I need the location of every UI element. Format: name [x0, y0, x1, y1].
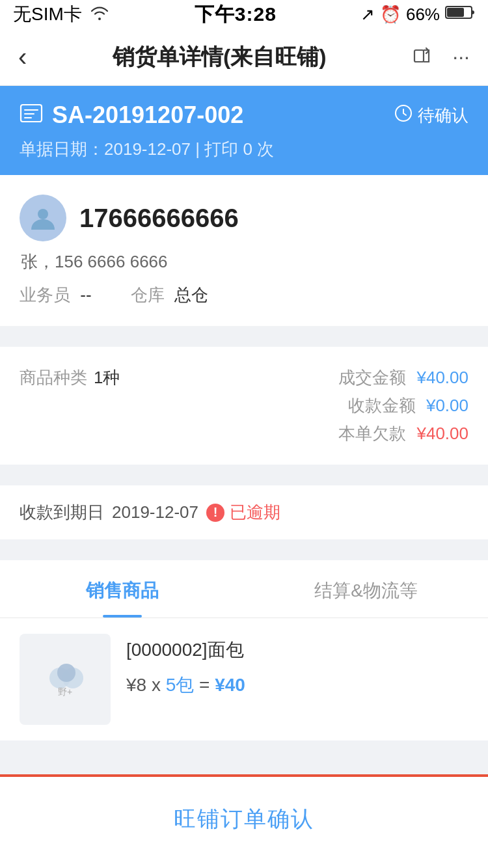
customer-phone: 17666666666 — [79, 204, 239, 233]
product-price: ¥8 x 5包 = ¥40 — [126, 673, 468, 698]
warehouse-meta: 仓库 总仓 — [131, 284, 208, 306]
overdue-badge: ! 已逾期 — [206, 501, 280, 524]
price-equals: = — [194, 675, 215, 695]
separator-2 — [0, 475, 488, 485]
due-date-value: 2019-12-07 — [112, 502, 198, 522]
order-icon — [20, 103, 43, 128]
stats-right: 成交金额 ¥40.00 收款金额 ¥0.00 本单欠款 ¥40.00 — [338, 366, 468, 445]
svg-point-5 — [38, 209, 48, 219]
clock-icon — [394, 104, 413, 127]
carrier-text: 无SIM卡 — [13, 2, 82, 27]
customer-avatar — [20, 195, 66, 241]
sales-value: -- — [80, 285, 91, 305]
stat-row-3: 本单欠款 ¥40.00 — [338, 422, 468, 445]
sales-label: 业务员 — [20, 285, 70, 305]
warehouse-value: 总仓 — [174, 285, 208, 305]
tab-sales-products[interactable]: 销售商品 — [0, 560, 244, 617]
product-item: 野+ [0000002]面包 ¥8 x 5包 = ¥40 — [20, 634, 468, 725]
type-label: 商品种类 — [20, 366, 87, 389]
product-section: 野+ [0000002]面包 ¥8 x 5包 = ¥40 — [0, 618, 488, 740]
order-id: SA-20191207-002 — [20, 102, 243, 129]
type-value: 1种 — [94, 366, 120, 389]
order-status: 待确认 — [394, 104, 468, 127]
tab-settlement-logistics[interactable]: 结算&物流等 — [244, 560, 488, 617]
share-icon[interactable] — [412, 44, 434, 71]
sales-meta: 业务员 -- — [20, 284, 92, 306]
alarm-icon: ⏰ — [380, 5, 401, 25]
order-header: SA-20191207-002 待确认 单据日期：2019-12-07 | 打印… — [0, 86, 488, 175]
stat-label-1: 成交金额 — [338, 366, 406, 389]
warehouse-label: 仓库 — [131, 285, 165, 305]
stat-value-1: ¥40.00 — [416, 368, 468, 388]
svg-rect-2 — [414, 50, 424, 62]
battery-icon — [445, 5, 475, 25]
separator-1 — [0, 336, 488, 347]
page-title: 销货单详情(来自旺铺) — [113, 42, 327, 72]
tabs: 销售商品 结算&物流等 — [0, 560, 488, 617]
svg-rect-1 — [447, 8, 464, 17]
product-name: [0000002]面包 — [126, 638, 468, 662]
svg-text:野+: 野+ — [58, 686, 72, 697]
product-info: [0000002]面包 ¥8 x 5包 = ¥40 — [126, 634, 468, 698]
wifi-icon — [88, 4, 111, 25]
back-button[interactable]: ‹ — [18, 42, 27, 72]
stat-value-2: ¥0.00 — [426, 396, 468, 416]
overdue-text: 已逾期 — [230, 501, 280, 524]
order-status-text: 待确认 — [418, 104, 468, 127]
stat-row-2: 收款金额 ¥0.00 — [348, 394, 468, 417]
more-button[interactable]: ··· — [452, 45, 470, 69]
nav-bar: ‹ 销货单详情(来自旺铺) ··· — [0, 29, 488, 86]
svg-point-8 — [57, 664, 75, 682]
overdue-icon: ! — [206, 504, 224, 522]
confirm-order-button[interactable]: 旺铺订单确认 — [20, 790, 468, 848]
price-qty: 5包 — [166, 675, 195, 695]
customer-card: 17666666666 张，156 6666 6666 业务员 -- 仓库 总仓 — [0, 175, 488, 326]
status-time: 下午3:28 — [195, 1, 277, 28]
tabs-container: 销售商品 结算&物流等 — [0, 560, 488, 618]
stat-value-3: ¥40.00 — [416, 424, 468, 444]
due-date-label: 收款到期日 — [20, 501, 104, 524]
stats-card: 商品种类 1种 成交金额 ¥40.00 收款金额 ¥0.00 本单欠款 ¥40.… — [0, 347, 488, 465]
customer-meta: 业务员 -- 仓库 总仓 — [20, 284, 468, 306]
status-right-icons: ↗ ⏰ 66% — [360, 5, 475, 25]
due-date-card: 收款到期日 2019-12-07 ! 已逾期 — [0, 485, 488, 539]
location-icon: ↗ — [360, 5, 375, 25]
bottom-action-area: 旺铺订单确认 — [0, 774, 488, 868]
order-date: 单据日期：2019-12-07 | 打印 0 次 — [20, 138, 468, 161]
stat-label-2: 收款金额 — [348, 394, 416, 417]
customer-name: 张，156 6666 6666 — [20, 251, 468, 273]
stat-label-3: 本单欠款 — [338, 422, 406, 445]
price-total: ¥40 — [215, 675, 245, 695]
nav-right-actions: ··· — [412, 44, 470, 71]
stat-row-1: 成交金额 ¥40.00 — [338, 366, 468, 389]
stats-left: 商品种类 1种 — [20, 366, 120, 389]
price-base: ¥8 x — [126, 675, 166, 695]
battery-text: 66% — [406, 5, 440, 25]
status-carrier: 无SIM卡 — [13, 2, 111, 27]
separator-3 — [0, 550, 488, 560]
product-type: 商品种类 1种 — [20, 366, 120, 389]
status-bar: 无SIM卡 下午3:28 ↗ ⏰ 66% — [0, 0, 488, 29]
product-thumbnail: 野+ — [20, 634, 111, 725]
